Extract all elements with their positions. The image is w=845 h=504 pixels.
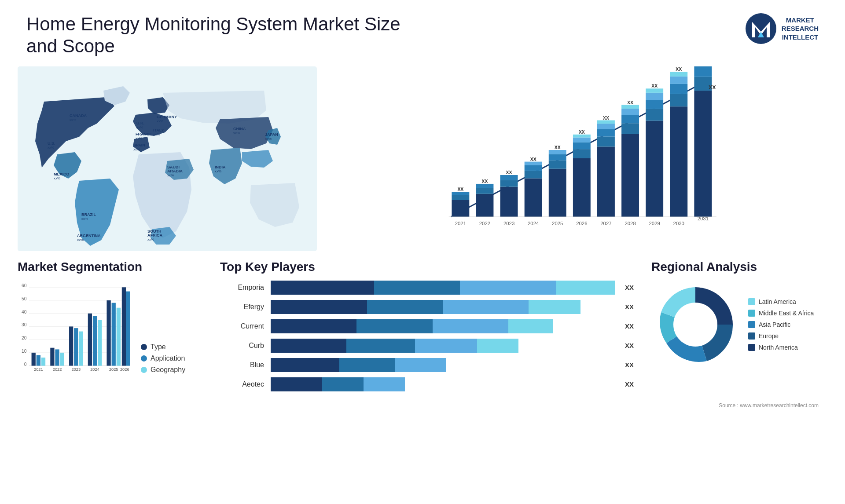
segmentation-section: Market Segmentation 0 10 20 30 40 50 60 — [18, 260, 202, 391]
svg-text:XX: XX — [651, 84, 658, 88]
player-row-blue: Blue XX — [220, 358, 634, 372]
legend-asia-pacific: Asia Pacific — [748, 321, 814, 328]
svg-text:JAPAN: JAPAN — [265, 132, 278, 137]
svg-rect-141 — [126, 291, 130, 365]
svg-rect-100 — [694, 91, 712, 217]
svg-rect-81 — [621, 115, 639, 123]
svg-rect-129 — [74, 328, 78, 365]
regional-title: Regional Analysis — [651, 260, 827, 274]
svg-text:xx%: xx% — [77, 238, 84, 242]
svg-rect-73 — [597, 136, 615, 146]
svg-rect-132 — [88, 313, 92, 365]
svg-rect-80 — [621, 123, 639, 134]
svg-point-0 — [746, 13, 776, 44]
svg-rect-97 — [670, 72, 687, 76]
player-bar-blue — [271, 358, 615, 372]
svg-text:ARABIA: ARABIA — [167, 169, 183, 173]
svg-text:2024: 2024 — [90, 367, 99, 371]
player-val-aeotec: XX — [625, 380, 634, 388]
svg-rect-138 — [117, 307, 121, 365]
svg-rect-82 — [621, 109, 639, 115]
svg-text:10: 10 — [22, 349, 27, 354]
svg-text:2023: 2023 — [503, 221, 514, 226]
svg-text:XX: XX — [457, 187, 463, 192]
geography-dot — [141, 367, 147, 373]
svg-text:XX: XX — [530, 157, 536, 161]
svg-text:U.K.: U.K. — [136, 121, 144, 125]
svg-rect-61 — [549, 154, 566, 160]
svg-text:2022: 2022 — [53, 367, 62, 371]
svg-text:2026: 2026 — [576, 221, 587, 226]
application-dot — [141, 355, 147, 362]
svg-rect-39 — [452, 195, 469, 200]
page-title: Home Energy Monitoring System Market Siz… — [26, 13, 422, 58]
svg-text:CANADA: CANADA — [70, 113, 87, 118]
svg-text:XX: XX — [627, 100, 633, 105]
legend-type: Type — [141, 343, 185, 351]
svg-text:XX: XX — [603, 115, 609, 120]
svg-text:XX: XX — [481, 179, 488, 184]
svg-rect-40 — [452, 192, 469, 195]
key-players-section: Top Key Players Emporia XX Efergy — [220, 260, 634, 391]
svg-text:xx%: xx% — [54, 176, 60, 180]
svg-rect-126 — [60, 353, 64, 366]
svg-rect-94 — [670, 94, 687, 106]
player-name-aeotec: Aeotec — [220, 380, 264, 388]
world-map: CANADA xx% U.S. xx% MEXICO xx% BRAZIL xx… — [18, 66, 317, 251]
player-val-efergy: XX — [625, 303, 634, 310]
legend-application: Application — [141, 354, 185, 362]
svg-rect-53 — [525, 178, 542, 216]
svg-rect-96 — [670, 77, 687, 84]
donut-chart — [651, 281, 739, 369]
type-dot — [141, 344, 147, 350]
svg-text:ITALY: ITALY — [153, 128, 164, 132]
donut-wrapper: Latin America Middle East & Africa Asia … — [651, 281, 827, 369]
svg-rect-76 — [597, 120, 615, 124]
svg-rect-66 — [573, 149, 591, 158]
legend-europe: Europe — [748, 332, 814, 340]
players-list: Emporia XX Efergy — [220, 281, 634, 391]
svg-rect-55 — [525, 165, 542, 171]
player-val-emporia: XX — [625, 284, 634, 291]
legend-middle-east: Middle East & Africa — [748, 310, 814, 317]
player-row-aeotec: Aeotec XX — [220, 377, 634, 391]
svg-rect-44 — [476, 188, 494, 194]
svg-rect-124 — [50, 347, 54, 365]
svg-rect-130 — [79, 331, 83, 365]
legend-latin-america: Latin America — [748, 298, 814, 305]
player-row-efergy: Efergy XX — [220, 300, 634, 314]
key-players-title: Top Key Players — [220, 260, 634, 274]
svg-text:xx%: xx% — [133, 147, 140, 151]
svg-rect-48 — [500, 186, 518, 216]
svg-text:2031: 2031 — [698, 215, 709, 221]
svg-text:40: 40 — [22, 309, 27, 314]
svg-rect-38 — [452, 200, 469, 217]
svg-rect-68 — [573, 137, 591, 142]
svg-rect-83 — [621, 105, 639, 109]
svg-rect-87 — [646, 109, 663, 121]
svg-text:2028: 2028 — [625, 221, 636, 226]
player-row-current: Current XX — [220, 319, 634, 333]
logo-icon — [746, 13, 776, 44]
svg-rect-79 — [621, 134, 639, 217]
svg-rect-136 — [107, 300, 110, 366]
svg-rect-95 — [670, 84, 687, 94]
svg-rect-102 — [694, 66, 712, 77]
svg-point-143 — [673, 303, 717, 347]
svg-rect-50 — [500, 175, 518, 180]
segmentation-title: Market Segmentation — [18, 260, 202, 274]
bar-chart-svg: XX 2021 XX 2022 XX 2023 XX — [326, 66, 819, 234]
player-val-blue: XX — [625, 361, 634, 369]
player-bar-efergy — [271, 300, 615, 314]
svg-rect-69 — [573, 135, 591, 138]
svg-rect-125 — [55, 349, 59, 365]
latin-america-color — [748, 298, 755, 305]
svg-rect-43 — [476, 194, 494, 217]
svg-rect-60 — [549, 161, 566, 169]
svg-text:xx%: xx% — [81, 217, 88, 221]
bar-chart-wrapper: XX 2021 XX 2022 XX 2023 XX — [326, 66, 819, 234]
svg-text:xx%: xx% — [48, 146, 54, 150]
logo-text: MARKET RESEARCH INTELLECT — [782, 16, 819, 42]
svg-rect-137 — [112, 303, 116, 365]
bar-chart-section: XX 2021 XX 2022 XX 2023 XX — [317, 66, 827, 251]
